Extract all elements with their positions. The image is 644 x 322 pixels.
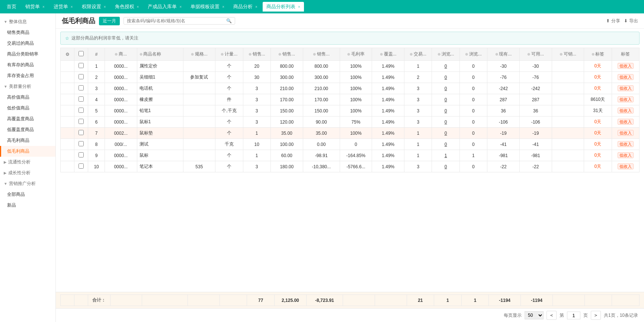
close-icon[interactable]: ×	[42, 5, 45, 9]
page-size-select[interactable]: 50 10 20 100	[525, 311, 544, 319]
cell-check[interactable]	[74, 128, 88, 139]
sidebar-group-overall[interactable]: ▼ 整体信息	[0, 16, 55, 27]
cell-browse1[interactable]: 0	[432, 128, 459, 139]
nav-item-analysis[interactable]: 商品分析 ×	[230, 2, 261, 12]
th-sales-profit[interactable]: 销售...	[303, 48, 340, 61]
nav-item-analysis-list[interactable]: 商品分析列表 ×	[263, 2, 304, 12]
row-checkbox[interactable]	[79, 119, 84, 124]
sidebar-item-in-stock[interactable]: 有库存的商品	[0, 60, 55, 70]
th-saleable[interactable]: 可销...	[552, 48, 584, 61]
sidebar-group-marketing[interactable]: ▼ 营销推广分析	[0, 178, 55, 189]
row-checkbox[interactable]	[79, 74, 84, 79]
browse-link[interactable]: 1	[445, 153, 447, 158]
th-name[interactable]: 商品名称	[137, 48, 183, 61]
cell-check[interactable]	[74, 61, 88, 72]
close-icon[interactable]: ×	[137, 5, 139, 9]
browse-link[interactable]: 0	[445, 142, 447, 147]
sidebar-item-high-value[interactable]: 高价值商品	[0, 92, 55, 103]
sidebar-item-low-coverage[interactable]: 低覆盖度商品	[0, 124, 55, 135]
search-input[interactable]	[127, 18, 226, 23]
row-checkbox[interactable]	[79, 141, 84, 146]
row-checkbox[interactable]	[79, 163, 84, 169]
th-sales-price[interactable]: 销售...	[270, 48, 303, 61]
th-sales-qty[interactable]: 销售...	[243, 48, 270, 61]
th-cover[interactable]: 覆盖...	[372, 48, 404, 61]
search-icon[interactable]: 🔍	[226, 18, 232, 23]
row-checkbox[interactable]	[79, 130, 84, 135]
cell-browse1[interactable]: 0	[432, 83, 459, 94]
cell-check[interactable]	[74, 150, 88, 161]
close-icon[interactable]: ×	[104, 5, 106, 9]
browse-link[interactable]: 0	[445, 97, 447, 102]
th-browse2[interactable]: 浏览...	[459, 48, 487, 61]
nav-item-home[interactable]: 首页	[3, 2, 20, 12]
cell-browse1[interactable]: 0	[432, 139, 459, 150]
nav-item-template[interactable]: 单据模板设置 ×	[187, 2, 228, 12]
row-checkbox[interactable]	[79, 152, 84, 157]
cell-browse1[interactable]: 0	[432, 72, 459, 83]
cell-check[interactable]	[74, 83, 88, 94]
browse-link[interactable]: 0	[445, 64, 447, 69]
th-trans[interactable]: 交易...	[404, 48, 432, 61]
sidebar-item-low-margin[interactable]: 低毛利商品	[0, 146, 55, 157]
th-settings[interactable]: ⚙	[61, 48, 74, 61]
cell-check[interactable]	[74, 94, 88, 105]
prev-page-button[interactable]: ＜	[547, 311, 557, 320]
th-current[interactable]: 现有...	[487, 48, 520, 61]
cell-browse1[interactable]: 0	[432, 105, 459, 117]
next-page-button[interactable]: ＞	[591, 311, 601, 320]
sidebar-group-growth[interactable]: ▶ 成长性分析	[0, 168, 55, 178]
browse-link[interactable]: 0	[445, 108, 447, 114]
browse-link[interactable]: 0	[445, 86, 447, 91]
gear-icon[interactable]: ⚙	[65, 52, 70, 57]
row-checkbox[interactable]	[79, 108, 84, 113]
close-icon[interactable]: ×	[255, 5, 257, 9]
cell-browse1[interactable]: 1	[432, 150, 459, 161]
table-container[interactable]: ⚙ # 商... 商品名称 规格... 计量... 销售... 销售... 销售…	[56, 48, 644, 292]
close-icon[interactable]: ×	[222, 5, 224, 9]
sidebar-item-low-value[interactable]: 低价值商品	[0, 103, 55, 114]
cell-check[interactable]	[74, 117, 88, 128]
nav-item-purchase[interactable]: 进货单 ×	[50, 2, 77, 12]
sidebar-item-category-rate[interactable]: 商品分类助销率	[0, 49, 55, 60]
cell-browse1[interactable]: 0	[432, 61, 459, 72]
sidebar-item-sales-products[interactable]: 销售类商品	[0, 27, 55, 38]
close-icon[interactable]: ×	[298, 5, 300, 9]
browse-link[interactable]: 0	[445, 119, 447, 125]
cell-browse1[interactable]: 0	[432, 94, 459, 105]
cell-browse1[interactable]: 0	[432, 161, 459, 172]
cell-check[interactable]	[74, 105, 88, 117]
close-icon[interactable]: ×	[71, 5, 73, 9]
browse-link[interactable]: 0	[445, 75, 447, 80]
th-available[interactable]: 可用...	[519, 48, 552, 61]
select-all-checkbox[interactable]	[79, 51, 84, 56]
th-days[interactable]: 标签	[584, 48, 612, 61]
sidebar-item-high-margin[interactable]: 高毛利商品	[0, 135, 55, 146]
th-unit[interactable]: 计量...	[215, 48, 243, 61]
export-button[interactable]: ⬇ 导出	[624, 18, 638, 24]
cell-check[interactable]	[74, 139, 88, 150]
th-gross-rate[interactable]: 毛利率	[340, 48, 372, 61]
browse-link[interactable]: 0	[445, 164, 447, 169]
cell-check[interactable]	[74, 72, 88, 83]
sidebar-item-traded-products[interactable]: 交易过的商品	[0, 38, 55, 49]
sidebar-item-new-products[interactable]: 新品	[0, 200, 55, 211]
nav-item-permissions[interactable]: 权限设置 ×	[78, 2, 110, 12]
th-code[interactable]: 商...	[105, 48, 137, 61]
row-checkbox[interactable]	[79, 96, 84, 102]
row-checkbox[interactable]	[79, 85, 84, 90]
nav-item-roles[interactable]: 角色授权 ×	[111, 2, 143, 12]
period-button[interactable]: 近一月	[99, 17, 120, 25]
sidebar-group-beauty[interactable]: ▼ 美群量分析	[0, 81, 55, 92]
page-number-input[interactable]	[567, 312, 580, 319]
sidebar-item-all-products[interactable]: 全部商品	[0, 189, 55, 200]
row-checkbox[interactable]	[79, 63, 84, 68]
cell-browse1[interactable]: 0	[432, 117, 459, 128]
sidebar-group-circulation[interactable]: ▶ 流通性分析	[0, 157, 55, 168]
nav-item-product-entry[interactable]: 产成品入库单 ×	[144, 2, 185, 12]
nav-item-sales[interactable]: 销货单 ×	[22, 2, 48, 12]
browse-link[interactable]: 0	[445, 131, 447, 136]
close-icon[interactable]: ×	[179, 5, 182, 9]
sidebar-item-stock-capital[interactable]: 库存资金占用	[0, 70, 55, 81]
th-browse1[interactable]: 浏览...	[432, 48, 459, 61]
